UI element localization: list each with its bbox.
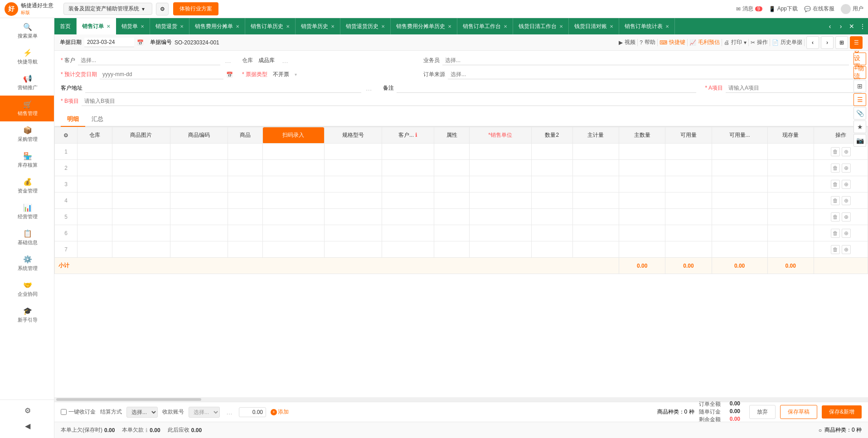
order-source-input[interactable] xyxy=(448,70,857,79)
ticket-arrow[interactable]: ▾ xyxy=(295,72,297,77)
date-input[interactable] xyxy=(84,38,134,47)
tab-fee-history[interactable]: 销售费用分摊单历史 ✕ xyxy=(391,18,457,34)
solution-button[interactable]: 体验行业方案 xyxy=(173,2,218,15)
float-attach-btn[interactable]: 📎 xyxy=(853,107,866,120)
row-avail2-1[interactable] xyxy=(712,144,767,160)
sidebar-item-inventory[interactable]: 🏪 库存核算 xyxy=(0,147,54,173)
message-item[interactable]: ✉ 消息 9 xyxy=(736,5,762,13)
customer-dots[interactable]: … xyxy=(223,57,233,64)
address-input[interactable] xyxy=(85,83,361,93)
sidebar-item-operation[interactable]: 📊 经营管理 xyxy=(0,199,54,225)
tab-close-return[interactable]: ✕ xyxy=(180,24,184,29)
tab-order-workbench[interactable]: 销售订单工作台 ✕ xyxy=(457,18,513,34)
sidebar-item-marketing[interactable]: 📢 营销推广 xyxy=(0,70,54,96)
tab-detail[interactable]: 明细 xyxy=(61,112,85,127)
delivery-input[interactable] xyxy=(100,70,223,79)
copy-row-6[interactable]: ⊕ xyxy=(842,229,851,238)
customer-input[interactable] xyxy=(78,56,220,65)
settle-select[interactable]: 选择... xyxy=(126,407,158,418)
a-project-input[interactable] xyxy=(726,83,862,93)
sidebar-item-search[interactable]: 🔍 搜索菜单 xyxy=(0,18,54,44)
tab-sales-goods[interactable]: 销货单 ✕ xyxy=(116,18,150,34)
address-dots[interactable]: … xyxy=(364,85,374,92)
float-list-btn[interactable]: ☰ xyxy=(853,93,866,106)
tab-close-fee-history[interactable]: ✕ xyxy=(448,24,451,29)
row-image-1[interactable] xyxy=(112,144,170,160)
amount-input[interactable] xyxy=(239,407,266,417)
tab-fee-split[interactable]: 销售费用分摊单 ✕ xyxy=(189,18,245,34)
tab-close-sales-goods[interactable]: ✕ xyxy=(141,24,144,29)
shortcut-btn[interactable]: ⌨ 快捷键 xyxy=(659,39,685,46)
one-key-checkbox[interactable] xyxy=(61,409,67,415)
delete-row-6[interactable]: 🗑 xyxy=(831,229,840,238)
tab-return-history[interactable]: 销货退货历史 ✕ xyxy=(340,18,391,34)
user-area[interactable]: 用户 xyxy=(841,4,863,14)
row-stock-1[interactable] xyxy=(767,144,814,160)
tab-prev-btn[interactable]: ‹ xyxy=(824,18,835,34)
delete-row-2[interactable]: 🗑 xyxy=(831,164,840,173)
profit-btn[interactable]: 📈 毛利预估 xyxy=(689,39,720,46)
b-project-input[interactable] xyxy=(82,96,862,106)
delivery-cal-icon[interactable]: 📅 xyxy=(226,72,233,78)
sidebar-item-sales[interactable]: 🛒 销售管理 xyxy=(0,96,54,121)
sidebar-item-guide[interactable]: 🎓 新手引导 xyxy=(0,302,54,328)
view-btn[interactable]: ▶ 视频 xyxy=(619,39,635,46)
row-unit-1[interactable] xyxy=(469,144,531,160)
app-download[interactable]: 📱 App下载 xyxy=(769,5,798,13)
tab-summary[interactable]: 汇总 xyxy=(85,112,110,127)
staff-input[interactable] xyxy=(442,56,849,65)
float-star-btn[interactable]: ★ xyxy=(853,120,866,133)
float-scan-btn[interactable]: 📷 xyxy=(853,134,866,147)
sidebar-settings-btn[interactable]: ⚙ xyxy=(0,404,54,419)
sidebar-collapse-btn[interactable]: ◀ xyxy=(0,419,54,434)
row-product-1[interactable] xyxy=(228,144,262,160)
tab-order-history[interactable]: 销售订单历史 ✕ xyxy=(245,18,296,34)
print-btn[interactable]: 🖨 打印 ▾ xyxy=(724,39,747,46)
tab-goods-history[interactable]: 销货单历史 ✕ xyxy=(296,18,340,34)
tab-next-btn[interactable]: › xyxy=(835,18,846,34)
tab-daily-reconcile[interactable]: 钱货日清对账 ✕ xyxy=(569,18,619,34)
discard-button[interactable]: 放弃 xyxy=(749,405,776,419)
tab-close-goods-history[interactable]: ✕ xyxy=(331,24,335,29)
copy-row-3[interactable]: ⊕ xyxy=(842,180,851,189)
tab-close-order-history[interactable]: ✕ xyxy=(286,24,290,29)
row-code-1[interactable] xyxy=(170,144,228,160)
tab-home[interactable]: 首页 xyxy=(54,18,77,34)
add-logistics-btn[interactable]: +物流 xyxy=(853,66,866,79)
copy-row-5[interactable]: ⊕ xyxy=(842,212,851,221)
save-draft-button[interactable]: 保存草稿 xyxy=(780,405,817,419)
delete-row-4[interactable]: 🗑 xyxy=(831,196,840,205)
operation-btn[interactable]: ✂ 操作 xyxy=(751,39,768,46)
horizontal-scrollbar[interactable] xyxy=(56,398,201,401)
tab-close-daily-reconcile[interactable]: ✕ xyxy=(610,24,613,29)
row-attr-1[interactable] xyxy=(434,144,469,160)
bank-dots[interactable]: … xyxy=(224,409,234,416)
copy-row-4[interactable]: ⊕ xyxy=(842,196,851,205)
row-spec-1[interactable] xyxy=(324,144,382,160)
tab-close-order-workbench[interactable]: ✕ xyxy=(504,24,507,29)
delete-row-5[interactable]: 🗑 xyxy=(831,212,840,221)
col-settings[interactable]: ⚙ xyxy=(55,127,78,144)
settings-float-btn[interactable]: ⚙设置 xyxy=(853,53,866,65)
copy-row-1[interactable]: ⊕ xyxy=(842,147,851,156)
row-avail-1[interactable] xyxy=(665,144,712,160)
tab-close-daily-workbench[interactable]: ✕ xyxy=(559,24,563,29)
row-qty2-1[interactable] xyxy=(531,144,572,160)
row-warehouse-1[interactable] xyxy=(78,144,112,160)
online-service[interactable]: 💬 在线客服 xyxy=(804,5,834,13)
sidebar-item-base[interactable]: 📋 基础信息 xyxy=(0,225,54,250)
float-grid-btn[interactable]: ⊞ xyxy=(853,80,866,92)
tab-sales-order[interactable]: 销售订单 ✕ xyxy=(77,18,116,34)
tab-close-all-btn[interactable]: ✕ xyxy=(846,18,857,34)
sidebar-item-quick-nav[interactable]: ⚡ 快捷导航 xyxy=(0,44,54,70)
sidebar-item-finance[interactable]: 💰 资金管理 xyxy=(0,173,54,199)
tab-daily-workbench[interactable]: 钱货日清工作台 ✕ xyxy=(513,18,569,34)
tab-close-return-history[interactable]: ✕ xyxy=(381,24,385,29)
row-main-qty-1[interactable] xyxy=(619,144,665,160)
tab-order-stats[interactable]: 销售订单统计表 ✕ xyxy=(619,18,675,34)
row-cust-code-1[interactable] xyxy=(382,144,434,160)
one-key-collect[interactable]: 一键收订金 xyxy=(61,408,96,416)
bank-select[interactable]: 选择... xyxy=(189,407,220,418)
tab-return[interactable]: 销货退货 ✕ xyxy=(150,18,189,34)
grid-view-btn[interactable]: ⊞ xyxy=(835,36,848,49)
